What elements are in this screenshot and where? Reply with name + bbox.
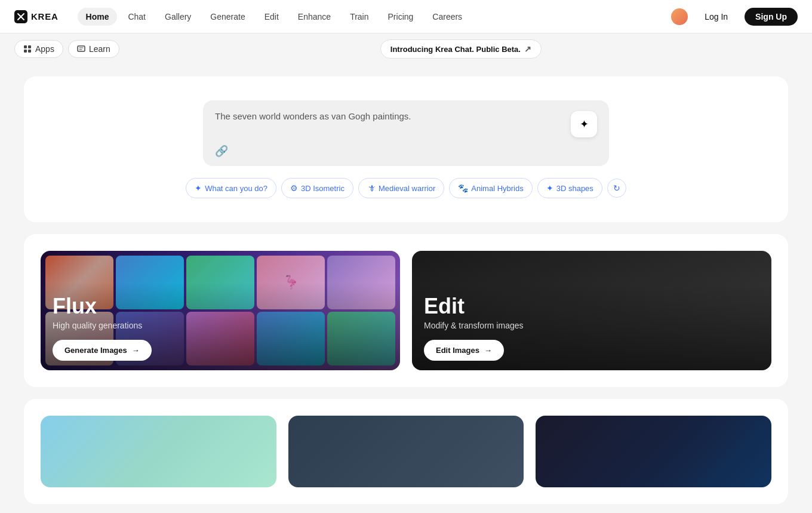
edit-card[interactable]: Edit Modify & transform images Edit Imag… [412,251,771,370]
nav-link-pricing[interactable]: Pricing [380,8,422,26]
bottom-card-3[interactable] [536,416,771,487]
chip-icon-1: ⚙ [290,183,298,193]
attach-icon[interactable]: 🔗 [215,145,228,158]
svg-rect-3 [24,50,27,53]
logo[interactable]: KREA [14,10,59,23]
nav-link-careers[interactable]: Careers [424,8,470,26]
chip-icon-0: ✦ [195,183,202,193]
learn-icon [77,45,85,53]
search-placeholder-text: The seven world wonders as van Gogh pain… [215,111,571,121]
nav-right: Log In Sign Up [671,8,798,26]
flux-card[interactable]: 🦩 Flux High quality generations Generate… [41,251,400,370]
edit-card-title: Edit [424,294,759,318]
login-button[interactable]: Log In [695,8,737,26]
nav-link-generate[interactable]: Generate [202,8,253,26]
chip-3d-isometric[interactable]: ⚙ 3D Isometric [281,178,353,198]
nav-links: Home Chat Gallery Generate Edit Enhance … [78,8,672,26]
apps-button[interactable]: Apps [14,40,63,58]
announcement-banner[interactable]: Introducing Krea Chat. Public Beta. ↗ [380,39,542,59]
learn-label: Learn [89,44,110,54]
main-content: The seven world wonders as van Gogh pain… [0,64,812,513]
avatar [671,8,688,25]
announcement-arrow: ↗ [524,44,531,54]
nav-link-chat[interactable]: Chat [119,8,154,26]
nav-link-train[interactable]: Train [342,8,377,26]
cards-section: 🦩 Flux High quality generations Generate… [24,234,788,387]
logo-icon [14,10,27,23]
chip-3d-shapes[interactable]: ✦ 3D shapes [537,178,602,198]
bottom-card-1[interactable] [41,416,276,487]
svg-rect-4 [28,50,31,53]
bottom-card-2[interactable] [288,416,524,487]
main-nav: KREA Home Chat Gallery Generate Edit Enh… [0,0,812,33]
apps-icon [23,45,32,53]
hero-section: The seven world wonders as van Gogh pain… [24,76,788,222]
chip-label-0: What can you do? [205,184,267,193]
chips-row: ✦ What can you do? ⚙ 3D Isometric 🗡 Medi… [186,178,626,198]
chip-label-2: Medieval warrior [379,184,435,193]
svg-rect-2 [28,45,31,48]
search-box: The seven world wonders as van Gogh pain… [203,100,609,166]
chip-label-4: 3D shapes [556,184,593,193]
search-top-row: The seven world wonders as van Gogh pain… [215,111,597,137]
nav-link-home[interactable]: Home [78,8,118,26]
edit-images-label: Edit Images [436,346,479,355]
edit-card-content: Edit Modify & transform images Edit Imag… [412,282,771,370]
bottom-section [24,399,788,504]
chip-icon-4: ✦ [546,183,553,193]
chip-what-can-you-do[interactable]: ✦ What can you do? [186,178,276,198]
chip-label-1: 3D Isometric [301,184,345,193]
nav-link-edit[interactable]: Edit [256,8,287,26]
flux-card-subtitle: High quality generations [53,321,388,330]
generate-images-label: Generate Images [64,346,127,355]
chip-icon-2: 🗡 [367,183,376,193]
brand-name: KREA [31,11,59,21]
generate-images-arrow: → [132,346,140,355]
sub-nav-center: Introducing Krea Chat. Public Beta. ↗ [124,39,798,59]
apps-label: Apps [35,44,54,54]
cards-grid: 🦩 Flux High quality generations Generate… [41,251,771,370]
flux-card-content: Flux High quality generations Generate I… [41,282,400,370]
chip-icon-3: 🐾 [458,183,468,193]
refresh-button[interactable]: ↻ [607,179,626,198]
chip-animal-hybrids[interactable]: 🐾 Animal Hybrids [449,178,532,198]
generate-images-button[interactable]: Generate Images → [53,340,152,361]
chip-label-3: Animal Hybrids [471,184,523,193]
flux-card-title: Flux [53,294,388,318]
bottom-cards-grid [41,416,771,487]
chip-medieval-warrior[interactable]: 🗡 Medieval warrior [358,178,444,198]
learn-button[interactable]: Learn [68,40,119,58]
sub-nav: Apps Learn Introducing Krea Chat. Public… [0,33,812,64]
edit-card-subtitle: Modify & transform images [424,321,759,330]
svg-rect-5 [78,46,85,51]
edit-images-button[interactable]: Edit Images → [424,340,504,361]
search-bottom-row: 🔗 [215,145,597,158]
sparkle-icon: ✦ [580,118,589,131]
edit-images-arrow: → [484,346,492,355]
nav-link-gallery[interactable]: Gallery [156,8,199,26]
signup-button[interactable]: Sign Up [745,8,798,26]
sparkle-button[interactable]: ✦ [571,111,597,137]
nav-link-enhance[interactable]: Enhance [290,8,339,26]
svg-rect-1 [24,45,27,48]
announcement-text: Introducing Krea Chat. Public Beta. [390,45,521,54]
refresh-icon: ↻ [613,183,620,193]
